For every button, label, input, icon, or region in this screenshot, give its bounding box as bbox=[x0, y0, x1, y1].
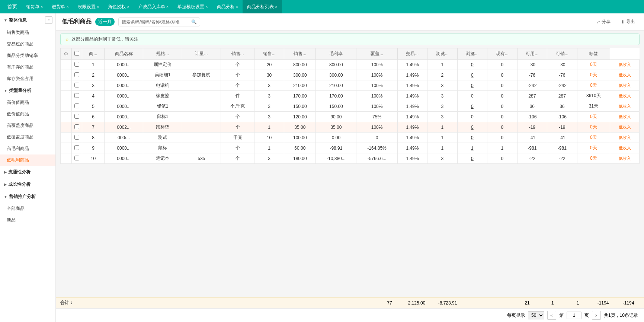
row-checkbox-1[interactable] bbox=[72, 70, 82, 80]
share-button[interactable]: ↗ 分享 bbox=[593, 17, 613, 26]
search-icon[interactable]: 🔍 bbox=[191, 19, 197, 25]
row-checkbox-8[interactable] bbox=[72, 143, 82, 153]
row-v7-0[interactable]: 0 bbox=[457, 60, 487, 70]
row-select-3[interactable] bbox=[74, 93, 79, 98]
sidebar-group-overall[interactable]: ▼ 整体信息 bbox=[0, 14, 31, 26]
row-spec-0 bbox=[182, 60, 221, 70]
col-views1[interactable]: 浏览... bbox=[427, 48, 457, 60]
nav-close-purchase-order[interactable]: × bbox=[66, 4, 68, 9]
col-sales3[interactable]: 销售... bbox=[284, 48, 316, 60]
sidebar-item-low-margin[interactable]: 低毛利商品 bbox=[0, 154, 55, 166]
nav-close-permission-settings[interactable]: × bbox=[97, 4, 99, 9]
footer-v2: 2,125.00 bbox=[404, 300, 430, 306]
row-v7-4[interactable]: 0 bbox=[457, 101, 487, 112]
prev-page-btn[interactable]: ＜ bbox=[547, 311, 556, 320]
row-select-6[interactable] bbox=[74, 124, 79, 129]
row-checkbox-6[interactable] bbox=[72, 122, 82, 133]
current-page-input[interactable] bbox=[567, 312, 581, 319]
row-v7-6[interactable]: 0 bbox=[457, 122, 487, 133]
row-v7-9[interactable]: 0 bbox=[457, 153, 487, 164]
row-select-7[interactable] bbox=[74, 135, 79, 140]
row-v3-6: 35.00 bbox=[316, 122, 356, 133]
sidebar-group-type-analysis[interactable]: ▼ 类型量分析 bbox=[0, 85, 55, 97]
row-select-0[interactable] bbox=[74, 62, 79, 67]
nav-close-sales-order[interactable]: × bbox=[41, 4, 43, 9]
col-tag[interactable]: 标签 bbox=[577, 48, 610, 60]
nav-product-inbound[interactable]: 产成品入库单 × bbox=[134, 0, 173, 13]
row-v5-2: 1.49% bbox=[397, 80, 427, 91]
col-current[interactable]: 现有... bbox=[487, 48, 517, 60]
row-checkbox-7[interactable] bbox=[72, 133, 82, 143]
nav-close-role-auth[interactable]: × bbox=[127, 4, 129, 9]
sidebar-item-low-coverage[interactable]: 低覆盖度商品 bbox=[0, 131, 55, 143]
sidebar-item-high-coverage[interactable]: 高覆盖度商品 bbox=[0, 120, 55, 131]
row-select-8[interactable] bbox=[74, 145, 79, 150]
select-all-checkbox[interactable] bbox=[74, 51, 79, 56]
sidebar-item-all-goods[interactable]: 全部商品 bbox=[0, 203, 55, 214]
col-sales1[interactable]: 销售... bbox=[221, 48, 254, 60]
nav-purchase-order[interactable]: 进货单 × bbox=[47, 0, 73, 13]
row-checkbox-3[interactable] bbox=[72, 91, 82, 101]
col-sellable[interactable]: 可销... bbox=[547, 48, 577, 60]
export-button[interactable]: ⬆ 导出 bbox=[618, 17, 638, 26]
col-available[interactable]: 可用... bbox=[517, 48, 547, 60]
search-box[interactable]: 🔍 bbox=[118, 17, 200, 26]
row-v7-3[interactable]: 0 bbox=[457, 91, 487, 101]
sidebar-group-marketing-analysis[interactable]: ▼ 营销推广分析 bbox=[0, 191, 55, 203]
nav-sales-order[interactable]: 销货单 × bbox=[22, 0, 47, 13]
col-sales2[interactable]: 销售... bbox=[254, 48, 284, 60]
nav-product-analysis-list[interactable]: 商品分析列表 × bbox=[243, 0, 282, 13]
row-v7-1[interactable]: 0 bbox=[457, 70, 487, 80]
row-select-5[interactable] bbox=[74, 114, 79, 119]
date-filter-tag[interactable]: 近一月 bbox=[95, 18, 115, 26]
row-checkbox-0[interactable] bbox=[72, 60, 82, 70]
col-coverage[interactable]: 覆盖... bbox=[356, 48, 397, 60]
nav-close-product-analysis[interactable]: × bbox=[236, 4, 238, 9]
sidebar-group-growth-analysis[interactable]: ▶ 成长性分析 bbox=[0, 178, 55, 191]
col-margin[interactable]: 毛利率 bbox=[316, 48, 356, 60]
col-spec[interactable]: 规格... bbox=[143, 48, 182, 60]
col-name[interactable]: 商品名称 bbox=[104, 48, 143, 60]
sidebar-collapse-btn[interactable]: « bbox=[45, 16, 52, 24]
col-views2[interactable]: 浏览... bbox=[457, 48, 487, 60]
col-code[interactable]: 商... bbox=[82, 48, 105, 60]
next-page-btn[interactable]: ＞ bbox=[592, 311, 601, 320]
row-select-1[interactable] bbox=[74, 72, 79, 77]
col-unit[interactable]: 计量... bbox=[182, 48, 221, 60]
row-select-9[interactable] bbox=[74, 156, 79, 160]
nav-product-analysis[interactable]: 商品分析 × bbox=[212, 0, 243, 13]
row-v7-7[interactable]: 0 bbox=[457, 133, 487, 143]
nav-close-product-analysis-list[interactable]: × bbox=[275, 4, 277, 9]
sidebar-item-high-margin[interactable]: 高毛利商品 bbox=[0, 143, 55, 154]
sidebar-item-category-sales-rate[interactable]: 商品分类助销率 bbox=[0, 50, 55, 61]
sidebar-item-high-value[interactable]: 高价值商品 bbox=[0, 97, 55, 108]
row-select-2[interactable] bbox=[74, 83, 79, 87]
nav-close-product-inbound[interactable]: × bbox=[166, 4, 169, 9]
nav-template-settings[interactable]: 单据模板设置 × bbox=[173, 0, 212, 13]
sidebar-item-inventory-capital[interactable]: 库存资金占用 bbox=[0, 73, 55, 85]
row-v7-2[interactable]: 0 bbox=[457, 80, 487, 91]
nav-close-template-settings[interactable]: × bbox=[205, 4, 208, 9]
col-trades[interactable]: 交易... bbox=[397, 48, 427, 60]
row-select-4[interactable] bbox=[74, 103, 79, 108]
sidebar-item-low-value[interactable]: 低价值商品 bbox=[0, 108, 55, 120]
page-size-select[interactable]: 50 bbox=[528, 311, 544, 319]
row-v7-8[interactable]: 1 bbox=[457, 143, 487, 153]
row-checkbox-9[interactable] bbox=[72, 153, 82, 164]
sidebar-item-new-goods[interactable]: 新品 bbox=[0, 214, 55, 226]
search-input[interactable] bbox=[122, 19, 189, 25]
nav-home[interactable]: 首页 bbox=[3, 0, 22, 13]
row-checkbox-5[interactable] bbox=[72, 112, 82, 122]
sidebar-item-sales-goods[interactable]: 销售类商品 bbox=[0, 27, 55, 38]
col-checkbox-all[interactable] bbox=[72, 48, 82, 60]
row-v9-9: -22 bbox=[517, 153, 547, 164]
row-checkbox-4[interactable] bbox=[72, 101, 82, 112]
nav-role-auth[interactable]: 角色授权 × bbox=[103, 0, 134, 13]
row-v7-5[interactable]: 0 bbox=[457, 112, 487, 122]
row-checkbox-2[interactable] bbox=[72, 80, 82, 91]
sidebar-item-traded-goods[interactable]: 交易过的商品 bbox=[0, 38, 55, 50]
col-settings[interactable]: ⚙ bbox=[61, 48, 72, 60]
nav-permission-settings[interactable]: 权限设置 × bbox=[73, 0, 103, 13]
sidebar-item-in-stock-goods[interactable]: 有库存的商品 bbox=[0, 61, 55, 73]
sidebar-group-flow-analysis[interactable]: ▶ 流通性分析 bbox=[0, 166, 55, 178]
